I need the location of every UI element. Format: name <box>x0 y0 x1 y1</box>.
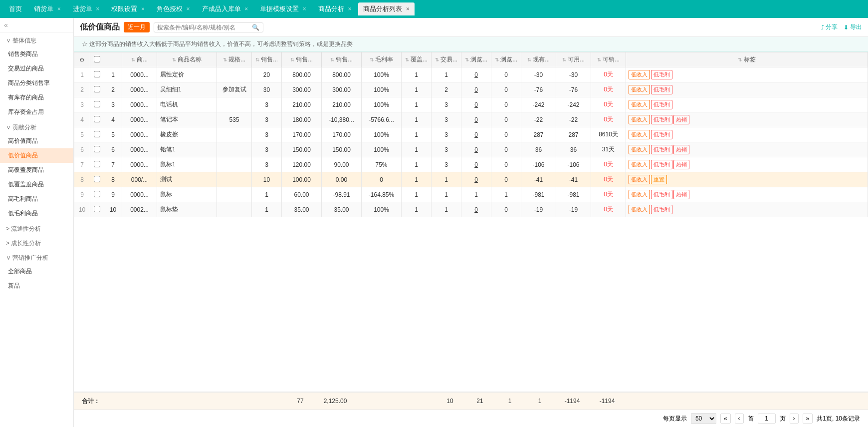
last-page-button[interactable]: » <box>803 414 813 424</box>
row-checkbox[interactable] <box>94 161 100 167</box>
sidebar-item-sales-products[interactable]: 销售类商品 <box>0 47 73 61</box>
close-icon[interactable]: × <box>57 5 61 12</box>
sidebar-group-overall[interactable]: ∨ 整体信息 <box>0 32 73 47</box>
view-link[interactable]: 0 <box>474 86 478 93</box>
row-checkbox-cell[interactable] <box>90 67 104 82</box>
row-checkbox[interactable] <box>94 191 100 197</box>
row-view1[interactable]: 0 <box>461 112 491 127</box>
row-view1[interactable]: 0 <box>461 67 491 82</box>
row-checkbox-cell[interactable] <box>90 97 104 112</box>
close-icon[interactable]: × <box>244 5 248 12</box>
row-checkbox[interactable] <box>94 101 100 107</box>
row-checkbox[interactable] <box>94 131 100 137</box>
row-view1[interactable]: 0 <box>461 142 491 157</box>
collapse-button[interactable]: « <box>4 21 8 29</box>
sidebar-item-all-products[interactable]: 全部商品 <box>0 264 73 279</box>
nav-template-settings[interactable]: 单据模板设置 × <box>255 2 311 15</box>
close-icon[interactable]: × <box>96 5 99 12</box>
nav-home[interactable]: 首页 <box>4 2 27 15</box>
search-icon[interactable]: 🔍 <box>252 24 259 31</box>
nav-product-analysis[interactable]: 商品分析 × <box>313 2 357 15</box>
row-checkbox-cell[interactable] <box>90 142 104 157</box>
search-box[interactable]: 🔍 <box>154 22 263 32</box>
margin-header: ⇅ 毛利率 <box>362 52 402 67</box>
settings-header[interactable]: ⚙ <box>74 52 90 67</box>
row-view1[interactable]: 0 <box>461 97 491 112</box>
sidebar-item-category-sales-rate[interactable]: 商品分类销售率 <box>0 76 73 90</box>
sidebar-group-growth[interactable]: > 成长性分析 <box>0 235 73 250</box>
sidebar-item-high-coverage[interactable]: 高覆盖度商品 <box>0 163 73 177</box>
row-view1[interactable]: 0 <box>461 82 491 97</box>
row-spec <box>217 67 252 82</box>
view-link[interactable]: 0 <box>474 116 478 123</box>
nav-permissions[interactable]: 权限设置 × <box>106 2 150 15</box>
row-sales2: 180.00 <box>282 112 322 127</box>
sidebar-item-traded-products[interactable]: 交易过的商品 <box>0 61 73 76</box>
close-icon[interactable]: × <box>187 5 190 12</box>
close-icon[interactable]: × <box>406 5 410 12</box>
export-button[interactable]: ⬇ 导出 <box>844 23 862 31</box>
row-checkbox[interactable] <box>94 146 100 152</box>
sidebar-item-low-margin[interactable]: 低毛利商品 <box>0 206 73 221</box>
sidebar-item-stocked-products[interactable]: 有库存的商品 <box>0 90 73 105</box>
row-checkbox[interactable] <box>94 176 100 182</box>
sidebar-item-low-coverage[interactable]: 低覆盖度商品 <box>0 177 73 192</box>
sellable-header: ⇅ 可销... <box>591 52 626 67</box>
view-link[interactable]: 0 <box>474 176 478 183</box>
view-link[interactable]: 0 <box>474 131 478 138</box>
row-margin: -164.85% <box>362 187 402 202</box>
row-checkbox[interactable] <box>94 206 100 212</box>
search-input[interactable] <box>157 24 252 31</box>
close-icon[interactable]: × <box>348 5 351 12</box>
row-checkbox-cell[interactable] <box>90 127 104 142</box>
view-link[interactable]: 0 <box>474 146 478 153</box>
table-row: 1 1 0000... 属性定价 20 800.00 800.00 100% 1… <box>74 67 868 82</box>
sidebar-item-new-products[interactable]: 新品 <box>0 279 73 293</box>
row-view1[interactable]: 0 <box>461 157 491 172</box>
share-button[interactable]: ⤴ 分享 <box>821 23 838 31</box>
nav-role-auth[interactable]: 角色授权 × <box>152 2 195 15</box>
filter-recent-month-button[interactable]: 近一月 <box>124 22 150 32</box>
row-view1[interactable]: 0 <box>461 202 491 217</box>
nav-product-stock[interactable]: 产成品入库单 × <box>197 2 253 15</box>
row-checkbox-cell[interactable] <box>90 202 104 217</box>
row-checkbox-cell[interactable] <box>90 82 104 97</box>
view-link[interactable]: 0 <box>474 101 478 108</box>
view-link[interactable]: 0 <box>474 71 478 78</box>
row-view1[interactable]: 0 <box>461 127 491 142</box>
select-all-checkbox[interactable] <box>94 56 100 62</box>
view-link[interactable]: 0 <box>474 161 478 168</box>
prev-page-button[interactable]: ‹ <box>735 414 744 424</box>
nav-purchase-order[interactable]: 进货单 × <box>68 2 105 15</box>
row-tags: 低收入低毛利 <box>626 67 868 82</box>
first-page-button[interactable]: « <box>720 414 731 424</box>
row-checkbox-cell[interactable] <box>90 172 104 187</box>
page-label: 首 <box>748 415 754 423</box>
row-margin: 100% <box>362 97 402 112</box>
sidebar-item-stock-capital[interactable]: 库存资金占用 <box>0 105 73 119</box>
nav-product-analysis-list[interactable]: 商品分析列表 × <box>358 2 415 15</box>
nav-sales-order[interactable]: 销货单 × <box>29 2 66 15</box>
sidebar-group-marketing[interactable]: ∨ 营销推广分析 <box>0 250 73 264</box>
row-view1[interactable]: 0 <box>461 172 491 187</box>
table-container[interactable]: ⚙ ⇅ 商... ⇅ 商品名称 ⇅ 规格... ⇅ 销售... ⇅ 销售... … <box>74 52 868 392</box>
row-checkbox[interactable] <box>94 116 100 122</box>
row-checkbox[interactable] <box>94 71 100 77</box>
row-checkbox-cell[interactable] <box>90 112 104 127</box>
next-page-button[interactable]: › <box>790 414 799 424</box>
checkbox-header[interactable] <box>90 52 104 67</box>
close-icon[interactable]: × <box>141 5 145 12</box>
row-trade: 3 <box>432 142 461 157</box>
sidebar-group-contribution[interactable]: ∨ 贡献分析 <box>0 119 73 134</box>
close-icon[interactable]: × <box>303 5 306 12</box>
row-checkbox-cell[interactable] <box>90 157 104 172</box>
sidebar-item-low-value[interactable]: 低价值商品 <box>0 148 73 163</box>
page-number-input[interactable] <box>758 414 776 424</box>
view-link[interactable]: 0 <box>474 206 478 213</box>
row-checkbox-cell[interactable] <box>90 187 104 202</box>
sidebar-item-high-value[interactable]: 高价值商品 <box>0 134 73 148</box>
sidebar-item-high-margin[interactable]: 高毛利商品 <box>0 192 73 206</box>
sidebar-group-flow[interactable]: > 流通性分析 <box>0 221 73 235</box>
row-checkbox[interactable] <box>94 86 100 92</box>
per-page-select[interactable]: 50 100 200 <box>691 413 716 424</box>
